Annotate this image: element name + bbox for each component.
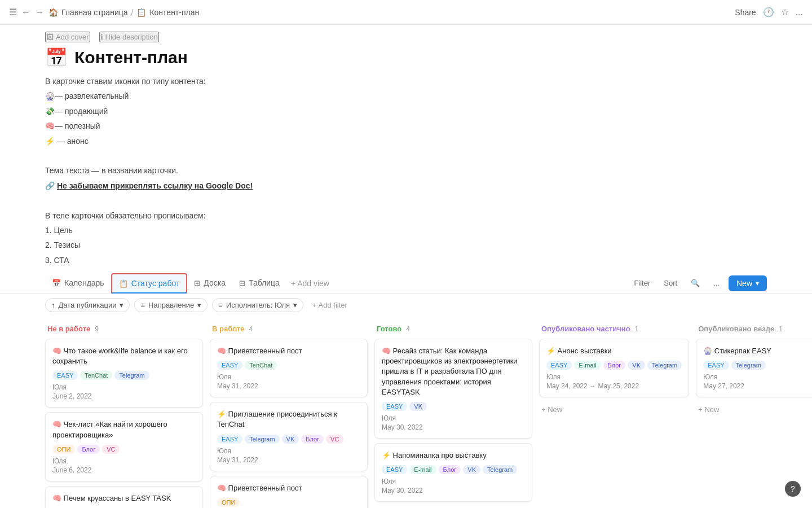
card-tags: EASYE-mailБлогVKTelegram (546, 361, 682, 370)
new-button[interactable]: New ▾ (729, 275, 767, 291)
board-tab-icon: ⊞ (194, 279, 200, 287)
tag-E-mail: E-mail (574, 361, 601, 370)
page-actions: 🖼 Add cover ℹ Hide description (45, 29, 767, 47)
tab-status[interactable]: 📋 Статус работ (111, 273, 188, 294)
google-doc-link[interactable]: Не забываем прикреплять ссылку на Google… (57, 181, 253, 190)
hide-description-button[interactable]: ℹ Hide description (99, 32, 159, 42)
column-header-in_progress: В работе 4 (210, 321, 368, 339)
page-title: Контент-план (74, 48, 188, 67)
card-assignee: Юля (546, 373, 682, 381)
tag-ОПИ: ОПИ (52, 445, 75, 454)
view-actions: Filter Sort 🔍 ... New ▾ (629, 275, 767, 291)
card-ready-1[interactable]: ⚡ Напоминалка про выставку EASYE-mailБло… (374, 443, 532, 502)
back-icon[interactable]: ← (21, 7, 30, 17)
view-tabs: 📅 Календарь 📋 Статус работ ⊞ Доска ⊟ Таб… (0, 273, 812, 294)
tag-Блог: Блог (439, 465, 461, 474)
add-view-button[interactable]: + Add view (286, 274, 334, 292)
share-button[interactable]: Share (735, 8, 756, 17)
nav-left: ☰ ← → 🏠 Главная страница / 📋 Контент-пла… (9, 7, 199, 17)
add-new-pub_partial[interactable]: + New (539, 402, 689, 417)
column-header-pub_all: Опубликовано везде 1 (696, 321, 812, 339)
tag-Telegram: Telegram (114, 371, 149, 380)
card-tags: EASYVK (382, 402, 525, 411)
card-pub_all-0[interactable]: 🎡 Стикерпак EASY EASYTelegram Юля May 27… (696, 339, 812, 397)
breadcrumb-home-label[interactable]: Главная страница (61, 8, 128, 17)
card-date: May 30, 2022 (382, 487, 525, 494)
card-date: June 6, 2022 (52, 466, 196, 474)
filter-bar: ↑ Дата публикации ▾ ≡ Направление ▾ ≡ Ис… (0, 294, 812, 317)
hamburger-icon[interactable]: ☰ (9, 7, 17, 17)
calendar-tab-icon: 📅 (52, 279, 61, 287)
card-tags: EASYTenChat (217, 361, 360, 370)
card-tags: EASYTelegram (703, 361, 812, 370)
help-button[interactable]: ? (785, 481, 801, 497)
card-assignee: Юля (703, 373, 812, 381)
add-cover-button[interactable]: 🖼 Add cover (45, 32, 90, 42)
breadcrumb-page-icon: 📋 (136, 8, 146, 17)
tag-Блог: Блог (77, 445, 100, 454)
page-icon: 📅 (45, 47, 68, 68)
status-tab-icon: 📋 (119, 279, 128, 288)
card-not_working-2[interactable]: 🧠 Печем круассаны в EASY TASK (45, 486, 203, 508)
search-icon[interactable]: 🔍 (686, 277, 704, 290)
hide-desc-icon: ℹ (100, 33, 103, 41)
card-in_progress-0[interactable]: 🧠 Приветственный пост EASYTenChat Юля Ma… (210, 339, 368, 397)
column-title-in_progress: В работе (212, 325, 244, 333)
card-title: ⚡ Анонс выставки (546, 346, 682, 356)
column-title-pub_partial: Опубликовано частично (541, 325, 630, 333)
card-date: May 24, 2022 → May 25, 2022 (546, 382, 682, 390)
column-pub_all: Опубликовано везде 1 🎡 Стикерпак EASY EA… (696, 321, 812, 508)
tag-E-mail: E-mail (409, 465, 436, 474)
page-header: 🖼 Add cover ℹ Hide description 📅 Контент… (0, 25, 812, 266)
tag-Блог: Блог (603, 361, 626, 370)
card-meta: Юля May 30, 2022 (382, 478, 525, 494)
tag-EASY: EASY (703, 361, 729, 370)
tag-EASY: EASY (52, 371, 78, 380)
tag-VK: VK (463, 465, 480, 474)
tag-VC: VC (102, 445, 120, 454)
filter-date[interactable]: ↑ Дата публикации ▾ (45, 298, 130, 312)
star-icon[interactable]: ☆ (781, 7, 789, 17)
table-tab-icon: ⊟ (239, 279, 245, 287)
filter-direction[interactable]: ≡ Направление ▾ (134, 298, 208, 312)
column-count-in_progress: 4 (249, 325, 253, 333)
sort-button[interactable]: Sort (659, 277, 682, 290)
tag-VK: VK (282, 435, 299, 444)
card-pub_partial-0[interactable]: ⚡ Анонс выставки EASYE-mailБлогVKTelegra… (539, 339, 689, 397)
card-assignee: Юля (52, 383, 196, 391)
card-meta: Юля May 30, 2022 (382, 414, 525, 431)
card-in_progress-2[interactable]: 🧠 Приветственный пост ОПИ (210, 476, 368, 508)
card-assignee: Юля (382, 478, 525, 485)
filter-direction-icon: ≡ (140, 301, 145, 309)
tab-calendar[interactable]: 📅 Календарь (45, 274, 111, 293)
card-tags: EASYTenChatTelegram (52, 371, 196, 380)
card-not_working-1[interactable]: 🧠 Чек-лист «Как найти хорошего проектиро… (45, 412, 203, 481)
tab-board[interactable]: ⊞ Доска (187, 274, 232, 293)
column-header-ready: Готово 4 (374, 321, 532, 339)
tag-ОПИ: ОПИ (217, 498, 240, 507)
card-date: May 30, 2022 (382, 423, 525, 431)
column-count-pub_partial: 1 (635, 325, 639, 333)
card-title: 🧠 Печем круассаны в EASY TASK (52, 493, 196, 503)
filter-button[interactable]: Filter (629, 277, 655, 290)
card-in_progress-1[interactable]: ⚡ Приглашение присоединиться к TenChat E… (210, 402, 368, 471)
card-title: 🧠 Приветственный пост (217, 346, 360, 356)
card-not_working-0[interactable]: 🧠 Что такое work&life balance и как его … (45, 339, 203, 408)
forward-icon[interactable]: → (35, 7, 44, 17)
card-date: May 31, 2022 (217, 382, 360, 390)
history-icon[interactable]: 🕐 (763, 7, 774, 17)
more-options-button[interactable]: ... (709, 277, 724, 290)
add-filter-button[interactable]: + Add filter (308, 299, 352, 312)
card-assignee: Юля (382, 414, 525, 422)
add-new-pub_all[interactable]: + New (696, 402, 812, 417)
tag-EASY: EASY (217, 435, 242, 444)
filter-date-icon: ↑ (51, 301, 55, 309)
card-date: May 31, 2022 (217, 456, 360, 464)
filter-assignee[interactable]: ≡ Исполнитель: Юля ▾ (212, 298, 303, 312)
tag-Telegram: Telegram (731, 361, 766, 370)
tab-table[interactable]: ⊟ Таблица (232, 274, 286, 293)
more-icon[interactable]: ... (796, 7, 803, 17)
card-ready-0[interactable]: 🧠 Ресайз статьи: Как команда проектировщ… (374, 339, 532, 439)
tag-VK: VK (628, 361, 645, 370)
breadcrumb-page-label[interactable]: Контент-план (149, 8, 199, 17)
